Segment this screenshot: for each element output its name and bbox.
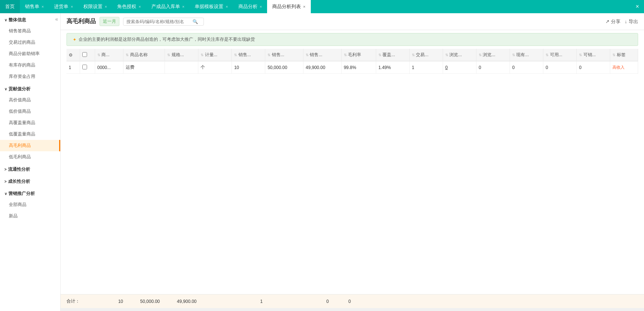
sidebar-item-0-3[interactable]: 有库存的商品 (0, 59, 60, 71)
col-header-view1[interactable]: ⇅ 浏览... (443, 49, 476, 61)
nav-item-close-7[interactable]: × (260, 4, 262, 9)
export-button[interactable]: ↓ 导出 (625, 18, 638, 25)
search-icon[interactable]: 🔍 (193, 19, 198, 24)
sidebar-item-1-1[interactable]: 低价值商品 (0, 106, 60, 117)
nav-item-8[interactable]: 商品分析列表× (267, 0, 310, 13)
nav-item-0[interactable]: 首页 (0, 0, 20, 13)
sidebar-item-1-5[interactable]: 低毛利商品 (0, 151, 60, 163)
sidebar-item-0-2[interactable]: 商品分龄助销率 (0, 48, 60, 59)
col-header-checkbox[interactable] (80, 49, 95, 61)
sidebar-collapse-button[interactable]: « (55, 16, 58, 22)
row-view2-0: 0 (476, 61, 510, 74)
col-header-stock3[interactable]: ⇅ 可销... (577, 49, 610, 61)
search-box: 🔍 (123, 18, 204, 26)
nav-item-close-2[interactable]: × (71, 4, 73, 9)
export-label: 导出 (629, 18, 638, 25)
nav-item-3[interactable]: 权限设置× (78, 0, 112, 13)
select-all-checkbox[interactable] (82, 52, 87, 57)
nav-item-2[interactable]: 进货单× (49, 0, 78, 13)
close-all-tabs-button[interactable]: × (631, 0, 644, 13)
sidebar-item-0-1[interactable]: 交易过的商品 (0, 37, 60, 48)
col-header-spec[interactable]: ⇅ 规格... (165, 49, 198, 61)
col-header-setting[interactable]: ⚙ (66, 49, 80, 61)
sidebar-item-1-2[interactable]: 高覆盖量商品 (0, 117, 60, 129)
sidebar-group-arrow-2: > (4, 167, 7, 171)
sidebar-item-0-0[interactable]: 销售签商品 (0, 25, 60, 37)
share-button[interactable]: ↗ 分享 (605, 18, 620, 25)
col-header-margin[interactable]: ⇅ 毛利率 (341, 49, 376, 61)
nav-item-7[interactable]: 商品分析× (233, 0, 267, 13)
top-navigation: 首页销售单×进货单×权限设置×角色授权×产成品入库单×单据模板设置×商品分析×商… (0, 0, 644, 13)
share-label: 分享 (611, 18, 620, 25)
footer-sales1: 10 (96, 299, 125, 304)
content-area: 高毛利商品 近一月 🔍 ↗ 分享 ↓ 导出 ✦ 企业的主要的利润都是这部分商品创… (61, 13, 644, 311)
footer-totals: 合计： 10 50,000.00 49,900.00 1 0 0 (61, 294, 644, 308)
col-header-name[interactable]: ⇅ 商品名称 (123, 49, 165, 61)
col-header-sales1[interactable]: ⇅ 销售... (232, 49, 265, 61)
footer-trade: 1 (243, 299, 265, 304)
date-filter-button[interactable]: 近一月 (100, 17, 119, 26)
row-sales1-0: 10 (232, 61, 265, 74)
nav-item-4[interactable]: 角色授权× (112, 0, 146, 13)
info-icon: ✦ (73, 37, 76, 42)
nav-item-close-6[interactable]: × (226, 4, 228, 9)
row-code-0: 0000... (95, 61, 123, 74)
col-header-coverage[interactable]: ⇅ 覆盖... (376, 49, 409, 61)
footer-label: 合计： (66, 298, 96, 304)
col-header-code[interactable]: ⇅ 商... (95, 49, 123, 61)
row-stock3-0: 0 (577, 61, 610, 74)
nav-item-close-1[interactable]: × (42, 4, 44, 9)
table-row: 10000...运费个1050,000.0049,900.0099.8%1.49… (66, 61, 638, 74)
search-input[interactable] (126, 19, 193, 24)
sidebar-item-1-3[interactable]: 低覆盖量商品 (0, 129, 60, 140)
sidebar-group-3[interactable]: >成长性分析 (0, 175, 60, 187)
row-trade-0: 1 (409, 61, 443, 74)
nav-item-close-5[interactable]: × (182, 4, 184, 9)
share-icon: ↗ (605, 19, 609, 24)
row-spec-0 (165, 61, 198, 74)
page-title: 高毛利商品 (66, 18, 96, 25)
nav-item-6[interactable]: 单据模板设置× (190, 0, 233, 13)
settings-icon: ⚙ (69, 53, 73, 58)
col-header-sales3[interactable]: ⇅ 销售... (303, 49, 342, 61)
nav-item-5[interactable]: 产成品入库单× (146, 0, 190, 13)
col-header-unit[interactable]: ⇅ 计量... (198, 49, 232, 61)
col-header-stock1[interactable]: ⇅ 现有... (510, 49, 543, 61)
footer-sales2: 50,000.00 (125, 299, 162, 304)
info-banner: ✦ 企业的主要的利润都是这部分商品创造的，可考虑加大推广，同时关注库存是不要出现… (66, 33, 638, 46)
row-tag-0-badge: 高收入 (612, 65, 625, 69)
export-icon: ↓ (625, 19, 627, 24)
sidebar-item-1-0[interactable]: 高价值商品 (0, 94, 60, 106)
nav-item-close-4[interactable]: × (138, 4, 141, 9)
row-unit-0: 个 (198, 61, 232, 74)
sidebar-group-0[interactable]: ∨整体信息 (0, 13, 60, 25)
col-header-trade[interactable]: ⇅ 交易... (409, 49, 443, 61)
sidebar-item-4-1[interactable]: 新品 (0, 210, 60, 222)
sidebar-group-4[interactable]: ∨营销推广分析 (0, 187, 60, 199)
nav-item-1[interactable]: 销售单× (20, 0, 49, 13)
row-checkbox-0[interactable] (80, 61, 95, 74)
row-view1-0-link[interactable]: 0 (445, 65, 448, 70)
col-header-stock2[interactable]: ⇅ 可用... (543, 49, 577, 61)
row-sales3-0: 49,900.00 (303, 61, 342, 74)
sidebar-group-arrow-3: > (4, 180, 7, 184)
sidebar-item-1-4[interactable]: 高毛利商品 (0, 140, 60, 151)
horizontal-scrollbar[interactable] (61, 308, 644, 311)
col-header-view2[interactable]: ⇅ 浏览... (476, 49, 510, 61)
footer-stock2: 0 (331, 299, 353, 304)
sidebar-group-arrow-0: ∨ (4, 18, 7, 22)
row-margin-0: 99.8% (341, 61, 376, 74)
col-header-sales2[interactable]: ⇅ 销售... (265, 49, 303, 61)
footer-sales3: 49,900.00 (162, 299, 199, 304)
nav-item-close-3[interactable]: × (105, 4, 107, 9)
col-header-tag[interactable]: ⇅ 标签 (610, 49, 638, 61)
row-name-0: 运费 (123, 61, 165, 74)
row-select-checkbox-0[interactable] (82, 65, 87, 69)
sidebar-group-2[interactable]: >流通性分析 (0, 163, 60, 175)
sidebar-item-4-0[interactable]: 全部商品 (0, 199, 60, 210)
nav-item-close-8[interactable]: × (303, 4, 305, 9)
sidebar-group-1[interactable]: ∨贡献值分析 (0, 82, 60, 94)
row-view1-0[interactable]: 0 (443, 61, 476, 74)
sidebar-item-0-4[interactable]: 库存资金占用 (0, 71, 60, 82)
sidebar-group-arrow-1: ∨ (4, 87, 7, 91)
